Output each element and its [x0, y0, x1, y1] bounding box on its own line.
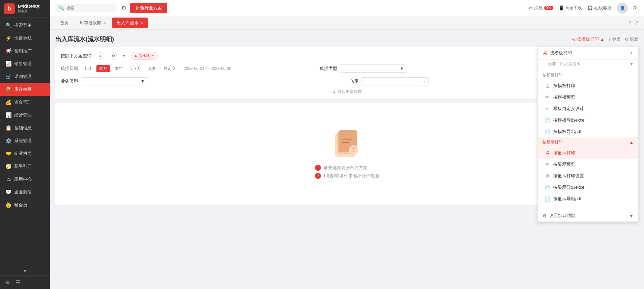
dropdown-collapse-icon[interactable]: ▲: [630, 51, 634, 55]
sidebar: b 畅捷通好生意 标准版 🔍 搜索菜单 ⚡ 快捷导航 📢 营销推广 📈 销售管理…: [0, 0, 50, 289]
sidebar-logo: b 畅捷通好生意 标准版: [0, 0, 50, 18]
topbar-gear-icon[interactable]: ⚙: [121, 5, 126, 11]
dropdown-item-display-preview[interactable]: 👁 按显示预览: [538, 159, 638, 170]
sidebar-item-quick-nav[interactable]: ⚡ 快捷导航: [0, 32, 50, 45]
template-pdf-label: 按模板导出pdf: [553, 129, 581, 135]
dropdown-item-display-pdf[interactable]: 📄 按显示导出pdf: [538, 193, 638, 205]
dropdown-item-template-excel[interactable]: 📄 按模板导出excel: [538, 114, 638, 126]
warehouse-select[interactable]: ···: [361, 77, 429, 85]
username-label[interactable]: Rit: [633, 5, 639, 10]
sidebar-item-search[interactable]: 🔍 搜索菜单: [0, 19, 50, 32]
dropdown-item-template-preview[interactable]: 👁 按模板预览: [538, 91, 638, 103]
sidebar-item-member[interactable]: 👑 畅会员: [0, 199, 50, 211]
date-shortcut-1[interactable]: 本月: [96, 65, 110, 72]
export-btn[interactable]: ↑ 导出: [609, 36, 621, 42]
empty-step-1: 1 请先选择要分析的方案: [315, 165, 379, 171]
online-service-btn[interactable]: 🎧 在线客服: [587, 5, 612, 11]
business-type-filter: 业务类型 ▼: [61, 77, 344, 85]
dropdown-item-template-custom[interactable]: ✏ 模板自定义设计: [538, 103, 638, 114]
message-btn[interactable]: ✉ 消息 99+: [529, 5, 553, 11]
refresh-btn[interactable]: ↻ 刷新: [625, 36, 639, 42]
tab-close-batch[interactable]: ×: [104, 21, 106, 25]
window-close-btn[interactable]: ×: [628, 20, 632, 26]
apps-nav-icon: 🗂: [5, 177, 11, 182]
filter-collapse-btn[interactable]: «: [122, 53, 125, 59]
filter-add-btn[interactable]: +: [97, 52, 104, 60]
service-label: 在线客服: [594, 5, 612, 11]
dropdown-item-display-settings[interactable]: ⚙ 按显示打印设置: [538, 170, 638, 182]
search-input[interactable]: [66, 6, 107, 10]
tab-close-flow[interactable]: ×: [141, 21, 143, 25]
date-shortcut-0[interactable]: 上月: [81, 65, 94, 72]
window-maximize-btn[interactable]: ⤢: [634, 20, 639, 26]
sidebar-item-label-wechat: 企业微信: [14, 189, 32, 195]
current-template-arrow[interactable]: ▼: [630, 62, 634, 67]
dropdown-item-template-pdf[interactable]: 📄 按模板导出pdf: [538, 126, 638, 137]
date-shortcuts: 上月本月本年近7天更多自定义: [81, 65, 178, 72]
dropdown-footer[interactable]: ⚙ 设置默认功能 ▼: [538, 210, 638, 221]
sidebar-item-sales[interactable]: 📈 销售管理: [0, 57, 50, 70]
sidebar-item-coop[interactable]: 🤝 企业协同: [0, 147, 50, 160]
message-badge: 99+: [544, 6, 553, 10]
print-template-btn[interactable]: 🖨 按模板打印 ▲: [571, 36, 605, 42]
tab-batch[interactable]: 库存批次账×: [75, 18, 111, 28]
tab-label-batch: 库存批次账: [80, 20, 101, 26]
filter-chip-icon: ●: [135, 54, 137, 58]
topbar-right: ✉ 消息 99+ 📱 App下载 🎧 在线客服 👤 Rit: [529, 3, 639, 14]
basic-nav-icon: 📋: [5, 125, 11, 131]
empty-step-2: 2 用[查询]条件来缩小分析范围: [315, 173, 379, 179]
sidebar-item-purchase[interactable]: 🛒 采购管理: [0, 70, 50, 83]
settings-icon[interactable]: ⚙: [5, 279, 10, 286]
app-download-btn[interactable]: 📱 App下载: [559, 5, 582, 11]
date-shortcut-4[interactable]: 更多: [145, 65, 159, 72]
receipt-type-select[interactable]: ▼: [340, 64, 407, 73]
sales-nav-icon: 📈: [5, 61, 11, 67]
dropdown-item-template-print[interactable]: 🖨 按模板打印: [538, 80, 638, 91]
tabbar: 首页库存批次账×出入库流水× × ⤢: [50, 16, 644, 30]
sidebar-item-basic[interactable]: 📋 基础信息: [0, 122, 50, 134]
page-area: 出入库流水(流水明细) 🖨 按模板打印 ▲ ↑ 导出 ↻ 刷新: [50, 30, 644, 289]
sidebar-item-label-sales: 销售管理: [14, 61, 32, 67]
business-type-select[interactable]: ▼: [81, 77, 148, 85]
sidebar-item-label-apps: 应用中心: [14, 176, 32, 182]
display-excel-label: 按显示导出excel: [553, 184, 585, 190]
sidebar-scroll-down[interactable]: ▼: [0, 266, 50, 275]
date-shortcut-2[interactable]: 本年: [112, 65, 125, 72]
sidebar-item-label-quick-nav: 快捷导航: [14, 35, 32, 41]
refresh-label: 刷新: [630, 36, 639, 42]
display-settings-icon: ⚙: [545, 173, 550, 179]
menu-toggle-icon[interactable]: ☰: [16, 279, 20, 286]
sidebar-item-marketing[interactable]: 📢 营销推广: [0, 45, 50, 57]
sidebar-item-finance[interactable]: 💰 资金管理: [0, 96, 50, 109]
date-shortcut-3[interactable]: 近7天: [127, 65, 143, 72]
dropdown-current-sub: 当前：出入库流水 ▼: [538, 60, 638, 68]
sidebar-item-label-basic: 基础信息: [14, 125, 32, 131]
sidebar-item-apps[interactable]: 🗂 应用中心: [0, 173, 50, 186]
industry-btn[interactable]: 体验行业方案: [130, 3, 167, 13]
sidebar-item-system[interactable]: ⚙️ 系统管理: [0, 134, 50, 147]
user-avatar[interactable]: 👤: [617, 3, 628, 14]
template-print-label: 按模板打印: [553, 83, 575, 89]
current-template-label: 当前：出入库流水: [548, 61, 580, 67]
filter-chip[interactable]: ● 流水明细: [131, 52, 158, 60]
tab-flow[interactable]: 出入库流水×: [112, 18, 148, 28]
tab-home[interactable]: 首页: [55, 18, 74, 28]
receipt-type-filter: 单据类型 ▼: [320, 64, 573, 73]
date-range-label: 2023-06-01 至 2023-06-30: [184, 66, 231, 72]
collapse-btn[interactable]: ▲ 收起更多条件: [332, 89, 362, 95]
sidebar-item-operations[interactable]: 📊 经营管理: [0, 109, 50, 122]
search-box[interactable]: 🔍: [55, 4, 116, 12]
dropdown-header: 🖨 按模板打印 ▲: [538, 47, 638, 60]
sidebar-item-guide[interactable]: 🧭 新手引导: [0, 160, 50, 173]
date-shortcut-5[interactable]: 自定义: [161, 65, 178, 72]
dropdown-item-display-excel[interactable]: 📄 按显示导出excel: [538, 182, 638, 193]
dropdown-item-display-print[interactable]: 🖨 按显示打印: [538, 147, 638, 159]
template-preview-label: 按模板预览: [553, 94, 575, 100]
filter-settings-btn[interactable]: ⚙: [110, 52, 117, 60]
app-download-label: App下载: [565, 5, 582, 11]
collapse-up-icon: ▲: [332, 89, 336, 94]
sidebar-item-label-search: 搜索菜单: [14, 22, 32, 28]
sidebar-item-inventory[interactable]: 📦 库存核算: [0, 83, 50, 96]
sidebar-item-wechat[interactable]: 💬 企业微信: [0, 186, 50, 199]
chevron-up-icon[interactable]: ▲: [600, 37, 605, 42]
